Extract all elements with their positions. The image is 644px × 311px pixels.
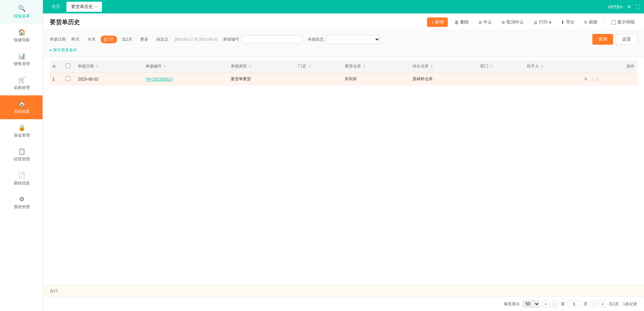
window-maximize-icon[interactable]: ⛶ [635, 4, 640, 9]
total-info: 共1页，1条记录 [609, 301, 637, 307]
col-order-type[interactable]: 单据类型 ⇅ [228, 60, 296, 73]
status-filter-group: 单据状态 [308, 35, 380, 44]
page-number-input[interactable] [568, 301, 581, 307]
cancel-stop-label: 取消中止 [506, 19, 524, 25]
col-handler[interactable]: 经手人 ⇅ [524, 60, 581, 73]
stop-label: 中止 [483, 19, 492, 25]
sidebar-item-purchase[interactable]: 🛒 采购管理 [0, 72, 43, 95]
select-all-checkbox[interactable] [66, 63, 70, 68]
sidebar-item-label: 系统管理 [14, 204, 30, 210]
row-checkbox [63, 73, 75, 86]
col-store-label: 门店 [298, 64, 306, 69]
search-icon: 🔍 [18, 5, 25, 12]
add-button[interactable]: + 新增 [427, 17, 448, 27]
sidebar-item-label: 快捷导航 [14, 37, 30, 43]
delete-button[interactable]: 🗑 删除 [452, 18, 472, 27]
col-req-warehouse[interactable]: 要货仓库 ⇅ [342, 60, 410, 73]
gear-icon: ⚙ [19, 195, 24, 203]
refresh-label: 刷新 [589, 19, 598, 25]
row-order-no-link[interactable]: YH-20230602-I [146, 77, 173, 82]
row-select-checkbox[interactable] [66, 76, 70, 81]
date-last-month[interactable]: 近1月 [119, 36, 136, 43]
date-yesterday[interactable]: 昨天 [68, 36, 83, 43]
add-icon: + [431, 20, 434, 25]
tab-close-icon[interactable]: × [95, 4, 97, 9]
sidebar-item-search[interactable]: 🔍 搜索菜单 [0, 0, 43, 24]
last-page-btn[interactable]: » [599, 301, 606, 307]
sort-handler-icon: ⇅ [541, 64, 543, 68]
tab-order-history[interactable]: 要货单历史 × [66, 2, 102, 12]
sidebar-item-inventory[interactable]: 🏠 库存核算 [0, 95, 43, 119]
row-store [296, 73, 342, 86]
tab-home-label: 首页 [52, 4, 60, 10]
sort-date-icon: ⇅ [96, 64, 98, 68]
window-close-icon[interactable]: ✕ [627, 4, 631, 10]
sidebar-item-system[interactable]: ⚙ 系统管理 [0, 191, 43, 215]
page-size-select[interactable]: 10 20 50 100 [523, 300, 540, 308]
settings-icon[interactable]: ⚙ [52, 64, 56, 69]
topbar-right: OfTEn ✕ ⛶ [608, 4, 640, 10]
expand-label: 展开更多条件 [53, 47, 77, 53]
query-button[interactable]: 查询 [592, 34, 613, 45]
sidebar-item-sales[interactable]: 📊 销售管理 [0, 48, 43, 72]
show-detail-checkbox[interactable] [611, 20, 616, 25]
lock-icon: 🔒 [18, 124, 25, 131]
show-detail-button[interactable]: 显示明细 [609, 18, 637, 27]
col-store[interactable]: 门店 ⇅ [296, 60, 342, 73]
expand-conditions-btn[interactable]: ▾ 展开更多条件 [50, 47, 637, 53]
row-actions: ✎ ⋮⋮ [581, 73, 637, 86]
table-footer: 合计: [43, 285, 644, 297]
row-department [478, 73, 524, 86]
stop-button[interactable]: ⊘ 中止 [476, 18, 495, 27]
brand-text: OfTEn [608, 4, 623, 9]
status-select[interactable] [326, 35, 380, 44]
print-button[interactable]: 🖨 打印 ▾ [531, 18, 554, 27]
sidebar-item-quick-nav[interactable]: 🏠 快捷导航 [0, 24, 43, 48]
date-range-display: 2023-05-27 至 2023-06-02 [174, 37, 218, 42]
col-action: 操作 [581, 60, 637, 73]
main-area: 首页 要货单历史 × OfTEn ✕ ⛶ 要货单历史 + 新增 🗑 删除 [43, 0, 644, 311]
table-row[interactable]: 1 2023-06-02 YH-20230602-I 要货单要货 车间库 原材料… [50, 73, 637, 86]
col-department[interactable]: 部门 ⇅ [478, 60, 524, 73]
sidebar-item-label: 资金管理 [14, 133, 30, 138]
sidebar-item-label: 搜索菜单 [14, 13, 30, 19]
page-header: 要货单历史 + 新增 🗑 删除 ⊘ 中止 ⊘ 取消中止 [43, 13, 644, 30]
sort-order-type-icon: ⇅ [249, 64, 251, 68]
col-pending-warehouse[interactable]: 待出仓库 ⇅ [410, 60, 478, 73]
row-handler [524, 73, 581, 86]
export-icon: ⬆ [561, 20, 565, 25]
col-checkbox [63, 60, 75, 73]
export-label: 导出 [566, 19, 575, 25]
next-page-btn[interactable]: › [590, 301, 596, 307]
refresh-button[interactable]: ↻ 刷新 [581, 18, 600, 27]
row-more-icon[interactable]: ⋮⋮ [591, 77, 600, 82]
prev-page-btn[interactable]: ‹ [552, 301, 558, 307]
cancel-stop-button[interactable]: ⊘ 取消中止 [499, 18, 527, 27]
sidebar-item-finance[interactable]: 🔒 资金管理 [0, 119, 43, 143]
sidebar-item-basic-info[interactable]: 📄 基础信息 [0, 167, 43, 191]
first-page-btn[interactable]: « [542, 301, 549, 307]
page-unit: 页 [584, 301, 588, 307]
col-date[interactable]: 单据日期 ⇅ [75, 60, 143, 73]
row-edit-icon[interactable]: ✎ [584, 77, 588, 82]
table-header: ⚙ 单据日期 ⇅ 单据编号 ⇅ [50, 60, 637, 73]
settings-button[interactable]: 设置 [616, 34, 637, 45]
col-order-no[interactable]: 单据编号 ⇅ [143, 60, 228, 73]
date-today[interactable]: 今天 [85, 36, 99, 43]
tab-home[interactable]: 首页 [47, 2, 65, 12]
cart-icon: 🛒 [18, 76, 25, 84]
row-pending-warehouse: 原材料仓库 [410, 73, 478, 86]
sidebar-item-operations[interactable]: 📋 经营管理 [0, 143, 43, 167]
date-more[interactable]: 更多 [137, 36, 151, 43]
date-custom[interactable]: 自定义 [153, 36, 171, 43]
expand-icon: ▾ [50, 48, 52, 53]
row-index: 1 [50, 73, 63, 86]
content: 要货单历史 + 新增 🗑 删除 ⊘ 中止 ⊘ 取消中止 [43, 13, 644, 311]
export-button[interactable]: ⬆ 导出 [558, 18, 577, 27]
date-last7days[interactable]: 近7天 [101, 36, 117, 43]
order-no-input[interactable] [242, 35, 302, 43]
col-settings[interactable]: ⚙ [50, 60, 63, 73]
sort-store-icon: ⇅ [308, 64, 311, 68]
toolbar: + 新增 🗑 删除 ⊘ 中止 ⊘ 取消中止 🖨 打印 [427, 17, 637, 27]
delete-icon: 🗑 [454, 20, 459, 25]
